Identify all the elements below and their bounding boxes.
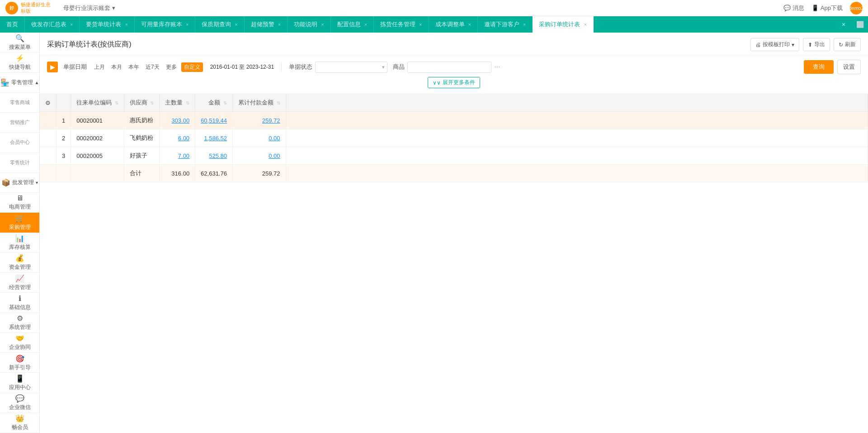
- tab-6[interactable]: 功能说明 ×: [288, 16, 330, 33]
- goods-input[interactable]: [407, 62, 491, 73]
- restore-btn[interactable]: ⬜: [852, 16, 868, 33]
- close-icon[interactable]: ×: [278, 22, 281, 27]
- sidebar-item-retail-shop[interactable]: 零售商城: [0, 93, 39, 113]
- tab-1[interactable]: 收发存汇总表 ×: [25, 16, 80, 33]
- sidebar-item-guide[interactable]: 🎯 新手引导: [0, 353, 39, 373]
- filter-area: ▶ 单据日期 上月 本月 本年 近7天 更多 自定义 2016-01-01 至 …: [40, 55, 868, 94]
- shortcut-this-month[interactable]: 本月: [109, 62, 124, 72]
- app-download-btn[interactable]: 📱 App下载: [811, 4, 843, 12]
- table-row[interactable]: 3 00020005 好孩子 7.00 525.80: [40, 147, 868, 165]
- amount-link[interactable]: 1,586.52: [204, 135, 227, 142]
- tab-active[interactable]: 采购订单统计表 ×: [533, 16, 593, 33]
- logo-text: 畅捷通好生意 标版: [21, 2, 51, 14]
- tab-7[interactable]: 配置信息 ×: [331, 16, 374, 33]
- sidebar-item-weixin[interactable]: 💬 企业微信: [0, 393, 39, 413]
- workspace-selector[interactable]: 母婴行业演示账套 ▾: [63, 4, 115, 12]
- sidebar-item-search[interactable]: 🔍 搜索菜单: [0, 33, 39, 52]
- expand-filter-btn[interactable]: ∨∨ 展开更多条件: [428, 77, 480, 88]
- tab-3[interactable]: 可用量库存账本 ×: [135, 16, 195, 33]
- row-extra: [286, 129, 868, 147]
- sidebar-item-ecommerce[interactable]: 🖥 电商管理: [0, 193, 39, 213]
- row-qty: 6.00: [160, 129, 195, 147]
- shortcut-7days[interactable]: 近7天: [144, 62, 161, 72]
- sidebar-item-retail-stat[interactable]: 零售统计: [0, 153, 39, 173]
- sort-icon: ⇅: [223, 100, 227, 105]
- print-dropdown-icon: ▾: [792, 42, 794, 48]
- tab-8[interactable]: 拣货任务管理 ×: [374, 16, 429, 33]
- sidebar-item-finance[interactable]: 💰 资金管理: [0, 253, 39, 273]
- custom-date-tag[interactable]: 自定义: [181, 62, 203, 72]
- sidebar-item-marketing[interactable]: 营销推广: [0, 113, 39, 133]
- message-btn[interactable]: 💬 消息: [783, 4, 804, 12]
- shortcut-this-year[interactable]: 本年: [127, 62, 141, 72]
- col-supplier-header[interactable]: 供应商 ⇅: [124, 94, 160, 112]
- qty-link[interactable]: 7.00: [178, 152, 189, 159]
- close-icon[interactable]: ×: [523, 22, 526, 27]
- tab-4[interactable]: 保质期查询 ×: [195, 16, 244, 33]
- tab-9[interactable]: 成本调整单 ×: [429, 16, 478, 33]
- paid-link[interactable]: 0.00: [269, 152, 280, 159]
- amount-link[interactable]: 60,519.44: [201, 117, 227, 124]
- shortcut-last-month[interactable]: 上月: [92, 62, 107, 72]
- sidebar-item-retail-mgmt[interactable]: 🏪 零售管理 ▲: [0, 73, 39, 93]
- table-container: ⚙ 往来单位编码 ⇅ 供应商 ⇅ 主数量 ⇅: [40, 94, 868, 433]
- close-icon[interactable]: ×: [321, 22, 324, 27]
- sidebar-item-system[interactable]: ⚙ 系统管理: [0, 313, 39, 333]
- query-button[interactable]: 查询: [804, 60, 834, 74]
- status-label: 单据状态: [289, 63, 312, 71]
- table-row[interactable]: 2 00020002 飞鹤奶粉 6.00 1,586.52: [40, 129, 868, 147]
- col-paid-header[interactable]: 累计付款金额 ⇅: [232, 94, 286, 112]
- close-icon[interactable]: ×: [584, 22, 586, 27]
- sidebar-item-purchase[interactable]: 🛒 采购管理: [0, 213, 39, 233]
- row-settings: [40, 129, 57, 147]
- close-icon[interactable]: ×: [235, 22, 237, 27]
- paid-link[interactable]: 259.72: [262, 117, 280, 124]
- close-icon[interactable]: ×: [364, 22, 367, 27]
- close-icon[interactable]: ×: [419, 22, 422, 27]
- close-icon[interactable]: ×: [70, 22, 73, 27]
- footer-code: [71, 165, 124, 182]
- close-all-btn[interactable]: ×: [835, 16, 852, 33]
- sort-icon: ⇅: [115, 100, 118, 105]
- tab-2[interactable]: 要货单统计表 ×: [80, 16, 134, 33]
- col-code-header[interactable]: 往来单位编码 ⇅: [71, 94, 124, 112]
- qty-link[interactable]: 6.00: [178, 135, 189, 142]
- tab-home[interactable]: 首页: [0, 16, 25, 33]
- sidebar-item-appcenter[interactable]: 📱 应用中心: [0, 373, 39, 393]
- tab-5[interactable]: 超储预警 ×: [245, 16, 288, 33]
- amount-link[interactable]: 525.80: [209, 152, 227, 159]
- col-qty-header[interactable]: 主数量 ⇅: [160, 94, 195, 112]
- sort-icon: ⇅: [277, 100, 280, 105]
- close-icon[interactable]: ×: [468, 22, 471, 27]
- col-amount-header[interactable]: 金额 ⇅: [195, 94, 233, 112]
- row-qty: 303.00: [160, 112, 195, 129]
- ecommerce-icon: 🖥: [16, 194, 24, 202]
- close-icon[interactable]: ×: [125, 22, 127, 27]
- qty-link[interactable]: 303.00: [171, 117, 189, 124]
- status-select[interactable]: [315, 62, 387, 73]
- export-button[interactable]: ⬆ 导出: [803, 38, 830, 51]
- close-icon[interactable]: ×: [186, 22, 189, 27]
- filter-toggle-btn[interactable]: ▶: [47, 62, 58, 72]
- sidebar-item-changhui[interactable]: 👑 畅会员: [0, 413, 39, 433]
- shortcut-more[interactable]: 更多: [164, 62, 179, 72]
- table-row[interactable]: 1 00020001 惠氏奶粉 303.00 60,519.44: [40, 112, 868, 129]
- sidebar-item-operations[interactable]: 📈 经营管理: [0, 273, 39, 293]
- col-settings-header[interactable]: ⚙: [40, 94, 57, 112]
- sidebar-item-basics[interactable]: ℹ 基础信息: [0, 293, 39, 313]
- print-button[interactable]: 🖨 按模板打印 ▾: [750, 38, 799, 51]
- sidebar-item-inventory[interactable]: 📊 库存核算: [0, 233, 39, 253]
- more-options-icon[interactable]: ···: [494, 63, 500, 71]
- row-code: 00020001: [71, 112, 124, 129]
- sidebar-item-quicknav[interactable]: ⚡ 快捷导航: [0, 52, 39, 72]
- sidebar-item-wholesale[interactable]: 📦 批发管理 ▾: [0, 173, 39, 193]
- row-amount: 525.80: [195, 147, 233, 165]
- paid-link[interactable]: 0.00: [269, 135, 280, 142]
- avatar[interactable]: demo2: [850, 2, 863, 14]
- tab-10[interactable]: 邀请下游客户 ×: [478, 16, 533, 33]
- refresh-button[interactable]: ↻ 刷新: [834, 38, 861, 51]
- sidebar-item-member[interactable]: 会员中心: [0, 133, 39, 152]
- settings-button[interactable]: 设置: [837, 60, 861, 74]
- content-area: 采购订单统计表(按供应商) 🖨 按模板打印 ▾ ⬆ 导出 ↻ 刷新: [40, 33, 868, 433]
- sidebar-item-enterprise[interactable]: 🤝 企业协同: [0, 333, 39, 353]
